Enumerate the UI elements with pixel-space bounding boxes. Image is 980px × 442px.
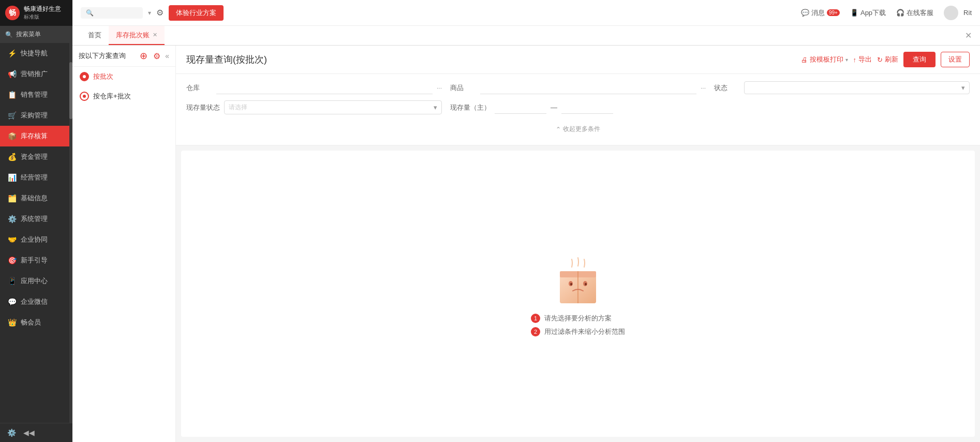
settings-icon: ⚙ (153, 51, 160, 61)
warehouse-more-icon[interactable]: ··· (437, 84, 442, 92)
plan-inactive-icon (80, 92, 89, 101)
sidebar-search[interactable]: 🔍 搜索菜单 (0, 26, 72, 43)
sidebar-nav: ⚡ 快捷导航 📢 营销推广 📋 销售管理 🛒 采购管理 📦 库存核算 💰 资金管… (0, 43, 72, 423)
sidebar-item-inventory[interactable]: 📦 库存核算 (0, 126, 72, 146)
collapse-sidebar-icon[interactable]: ◀◀ (23, 429, 35, 437)
sidebar-item-label: 采购管理 (21, 111, 48, 120)
tabs-bar: 首页 库存批次账 ✕ ✕ (72, 26, 980, 46)
svg-point-1 (83, 95, 86, 98)
svg-point-9 (585, 283, 587, 285)
system-icon: ⚙️ (7, 214, 17, 224)
print-label: 按模板打印 (810, 55, 843, 64)
add-icon: ⊕ (140, 51, 147, 61)
sidebar-item-label: 企业微信 (21, 297, 48, 306)
sidebar-item-operation[interactable]: 📊 经营管理 (0, 167, 72, 188)
sidebar-item-wechat[interactable]: 💬 企业微信 (0, 291, 72, 312)
app-download-action[interactable]: 📱 App下载 (850, 8, 886, 18)
topbar-search-icon: 🔍 (86, 9, 94, 17)
page-title-actions: 🖨 按模板打印 ▾ ↑ 导出 ↻ 刷新 查询 设置 (801, 52, 970, 67)
sidebar-item-label: 库存核算 (21, 131, 48, 141)
refresh-label: 刷新 (885, 55, 898, 64)
finance-icon: 💰 (7, 152, 17, 161)
message-action[interactable]: 💬 消息 99+ (801, 8, 840, 18)
print-template-button[interactable]: 🖨 按模板打印 ▾ (801, 55, 848, 64)
filter-product: 商品 ··· (450, 82, 706, 94)
online-service-label: 在线客服 (907, 8, 933, 18)
tabs-close-all-icon[interactable]: ✕ (965, 31, 972, 40)
svg-point-0 (83, 75, 86, 78)
topbar-gear-icon[interactable]: ⚙ (156, 8, 164, 18)
export-icon: ↑ (853, 56, 857, 64)
collapse-more-button[interactable]: ⌃ 收起更多条件 (186, 121, 970, 138)
sidebar-item-basic[interactable]: 🗂️ 基础信息 (0, 188, 72, 209)
sidebar-item-newguide[interactable]: 🎯 新手引导 (0, 250, 72, 271)
svg-point-8 (570, 283, 572, 285)
newguide-icon: 🎯 (7, 256, 17, 265)
print-chevron-icon[interactable]: ▾ (845, 57, 848, 63)
empty-state: 1 请先选择要分析的方案 2 用过滤条件来缩小分析范围 (181, 151, 975, 437)
plan-warehouse-batch-label: 按仓库+批次 (93, 92, 131, 101)
settings-footer-icon[interactable]: ⚙️ (7, 429, 16, 437)
inventory-status-label: 现存量状态 (186, 103, 220, 112)
left-panel-title: 按以下方案查询 (79, 51, 134, 61)
tab-home[interactable]: 首页 (81, 26, 109, 45)
quantity-min-input[interactable] (495, 101, 546, 114)
plan-settings-button[interactable]: ⚙ (152, 51, 162, 61)
tab-home-label: 首页 (88, 31, 101, 40)
tab-batch[interactable]: 库存批次账 ✕ (109, 26, 165, 45)
sidebar-item-label: 企业协同 (21, 235, 48, 244)
sidebar-item-enterprise[interactable]: 🤝 企业协同 (0, 229, 72, 250)
try-industry-button[interactable]: 体验行业方案 (169, 5, 224, 21)
export-button[interactable]: ↑ 导出 (853, 55, 872, 64)
inventory-status-select[interactable]: 请选择 ▾ (224, 100, 442, 114)
status-select[interactable]: ▾ (744, 81, 970, 94)
chevron-up-icon: ⌃ (556, 126, 561, 133)
sidebar-footer: ⚙️ ◀◀ (0, 423, 72, 442)
sidebar-item-sales[interactable]: 📋 销售管理 (0, 84, 72, 105)
collapse-panel-button[interactable]: « (165, 52, 169, 60)
add-plan-button[interactable]: ⊕ (138, 51, 149, 61)
plan-item-warehouse-batch[interactable]: 按仓库+批次 (72, 86, 175, 106)
hint-num-1: 1 (531, 314, 540, 323)
topbar-search-box[interactable]: 🔍 (81, 7, 143, 19)
tab-close-icon[interactable]: ✕ (153, 32, 157, 38)
warehouse-input[interactable] (216, 82, 433, 94)
sidebar-item-appcenter[interactable]: 📱 应用中心 (0, 271, 72, 291)
app-title-group: 畅康通好生意 标准版 (24, 5, 61, 21)
plan-item-batch[interactable]: 按批次 (72, 67, 175, 86)
online-service-action[interactable]: 🎧 在线客服 (896, 8, 933, 18)
app-logo: 畅 (5, 6, 20, 20)
inventory-icon: 📦 (7, 131, 17, 141)
refresh-button[interactable]: ↻ 刷新 (877, 55, 898, 64)
empty-illustration (547, 252, 609, 308)
username-label: Rit (963, 9, 972, 17)
product-more-icon[interactable]: ··· (701, 84, 706, 92)
quantity-max-input[interactable] (561, 101, 613, 114)
sidebar-item-member[interactable]: 👑 畅会员 (0, 312, 72, 333)
query-button[interactable]: 查询 (903, 52, 936, 67)
appcenter-icon: 📱 (7, 276, 17, 286)
sidebar-item-finance[interactable]: 💰 资金管理 (0, 146, 72, 167)
user-avatar[interactable] (944, 6, 958, 20)
product-input[interactable] (480, 82, 696, 94)
settings-button[interactable]: 设置 (941, 52, 970, 67)
refresh-icon: ↻ (877, 56, 883, 64)
sidebar-search-label: 搜索菜单 (16, 30, 41, 39)
left-panel: 按以下方案查询 ⊕ ⚙ « 按批次 (72, 46, 176, 442)
sidebar-item-marketing[interactable]: 📢 营销推广 (0, 64, 72, 84)
content-area: 按以下方案查询 ⊕ ⚙ « 按批次 (72, 46, 980, 442)
plan-batch-label: 按批次 (93, 72, 113, 81)
topbar: 🔍 ▾ ⚙ 体验行业方案 💬 消息 99+ 📱 App下载 🎧 在线客服 Rit (72, 0, 980, 26)
status-label: 状态 (714, 83, 740, 93)
sidebar-scrollthumb (69, 62, 72, 119)
sidebar-item-purchase[interactable]: 🛒 采购管理 (0, 105, 72, 126)
sidebar-item-system[interactable]: ⚙️ 系统管理 (0, 209, 72, 229)
left-panel-header: 按以下方案查询 ⊕ ⚙ « (72, 46, 175, 67)
topbar-search-input[interactable] (96, 9, 132, 17)
headset-icon: 🎧 (896, 9, 904, 17)
sidebar-item-quicknav[interactable]: ⚡ 快捷导航 (0, 43, 72, 64)
topbar-chevron-icon[interactable]: ▾ (148, 9, 151, 17)
sales-icon: 📋 (7, 90, 17, 99)
empty-hint-1: 1 请先选择要分析的方案 (531, 314, 625, 323)
filter-row-2: 现存量状态 请选择 ▾ 现存量（主） — (186, 100, 970, 114)
